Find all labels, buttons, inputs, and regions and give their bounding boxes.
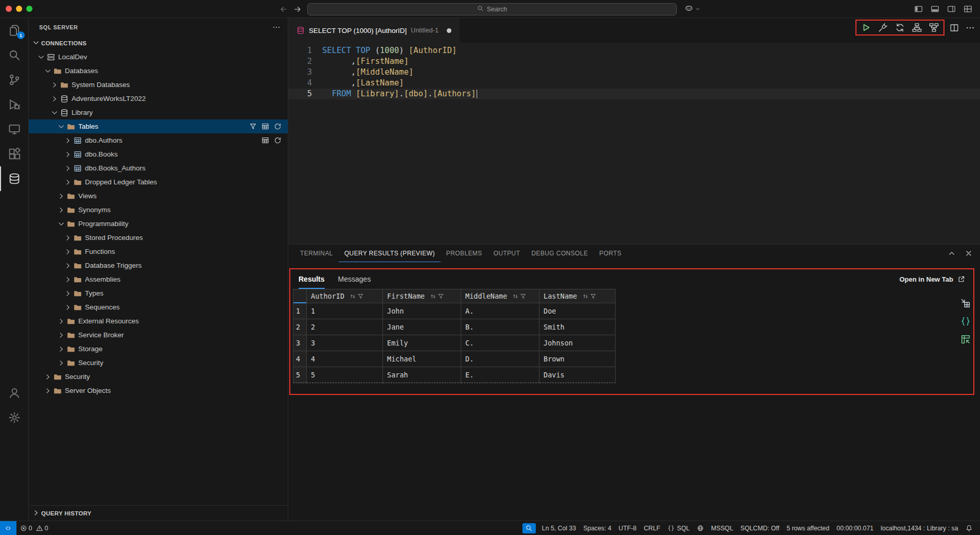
grid-row-number[interactable]: 1 xyxy=(293,303,307,319)
activity-bar-item-run-and-debug[interactable] xyxy=(0,92,28,117)
code-line-5[interactable]: 5 FROM [Library].[dbo].[Authors] xyxy=(288,89,980,99)
panel-tab-query-results-preview[interactable]: QUERY RESULTS (PREVIEW) xyxy=(339,245,441,262)
grid-cell[interactable]: Brown xyxy=(539,351,616,367)
column-filter-button[interactable] xyxy=(520,293,527,300)
query-history-section-header[interactable]: QUERY HISTORY xyxy=(29,505,288,521)
sort-button[interactable] xyxy=(512,293,519,300)
disconnect-button[interactable] xyxy=(878,23,888,32)
tree-item-tables[interactable]: Tables xyxy=(29,119,288,133)
status-encoding[interactable]: UTF-8 xyxy=(615,521,640,535)
panel-tab-problems[interactable]: PROBLEMS xyxy=(441,245,488,262)
close-window-button[interactable] xyxy=(6,6,12,12)
run-query-button[interactable] xyxy=(861,23,871,32)
grid-cell[interactable]: E. xyxy=(461,367,539,383)
command-center-search[interactable]: Search xyxy=(307,3,677,15)
tree-item-adventureworkslt2022[interactable]: AdventureWorksLT2022 xyxy=(29,92,288,106)
minimize-window-button[interactable] xyxy=(16,6,22,12)
grid-cell[interactable]: Johnson xyxy=(539,335,616,351)
tree-item-storage[interactable]: Storage xyxy=(29,342,288,356)
refresh-button[interactable] xyxy=(274,123,282,130)
copilot-menu-button[interactable] xyxy=(685,4,701,14)
sort-button[interactable] xyxy=(430,293,436,300)
save-as-excel-button[interactable] xyxy=(960,334,971,344)
tree-item-databases[interactable]: Databases xyxy=(29,64,288,78)
grid-column-header-authorid[interactable]: AuthorID xyxy=(307,289,383,303)
tree-item-functions[interactable]: Functions xyxy=(29,245,288,258)
tree-item-dropped-ledger-tables[interactable]: Dropped Ledger Tables xyxy=(29,175,288,189)
estimated-plan-button[interactable] xyxy=(912,23,922,32)
grid-row-number[interactable]: 5 xyxy=(293,367,307,383)
tree-item-security[interactable]: Security xyxy=(29,370,288,384)
grid-cell[interactable]: Emily xyxy=(383,335,461,351)
code-line-4[interactable]: 4 ,[LastName] xyxy=(288,78,980,89)
grid-cell[interactable]: C. xyxy=(461,335,539,351)
remote-indicator[interactable] xyxy=(0,521,16,535)
titlebar-customize-layout-button[interactable] xyxy=(964,5,972,13)
activity-bar-item-settings[interactable] xyxy=(0,405,28,430)
tree-item-system-databases[interactable]: System Databases xyxy=(29,78,288,92)
tree-item-synonyms[interactable]: Synonyms xyxy=(29,203,288,217)
status-notifications[interactable] xyxy=(962,521,976,535)
more-actions-button[interactable] xyxy=(966,23,975,32)
refresh-button[interactable] xyxy=(274,136,282,144)
tree-item-sequences[interactable]: Sequences xyxy=(29,300,288,314)
grid-cell[interactable]: Smith xyxy=(539,319,616,335)
tree-item-external-resources[interactable]: External Resources xyxy=(29,314,288,328)
maximize-panel-button[interactable] xyxy=(948,249,956,257)
activity-bar-item-extensions[interactable] xyxy=(0,142,28,166)
status-query-time[interactable]: 00:00:00.071 xyxy=(833,521,877,535)
activity-bar-item-search[interactable] xyxy=(0,43,28,67)
tree-item-service-broker[interactable]: Service Broker xyxy=(29,328,288,342)
sidebar-more-actions-button[interactable] xyxy=(272,23,281,31)
titlebar-toggle-primary-sidebar-button[interactable] xyxy=(914,5,923,13)
table-designer-button[interactable] xyxy=(261,123,269,130)
grid-cell[interactable]: 3 xyxy=(307,335,383,351)
tree-item-dbo-authors[interactable]: dbo.Authors xyxy=(29,133,288,147)
tree-item-views[interactable]: Views xyxy=(29,189,288,203)
tree-item-localdev[interactable]: LocalDev xyxy=(29,50,288,64)
code-line-2[interactable]: 2 ,[FirstName] xyxy=(288,56,980,67)
grid-row-number[interactable]: 2 xyxy=(293,319,307,335)
activity-bar-item-source-control[interactable] xyxy=(0,67,28,92)
grid-cell[interactable]: Michael xyxy=(383,351,461,367)
go-back-button[interactable] xyxy=(279,5,288,13)
status-zoom[interactable] xyxy=(522,523,536,533)
grid-column-header-lastname[interactable]: LastName xyxy=(539,289,616,303)
tree-item-assemblies[interactable]: Assemblies xyxy=(29,272,288,286)
connections-section-header[interactable]: CONNECTIONS xyxy=(29,36,288,50)
grid-cell[interactable]: D. xyxy=(461,351,539,367)
open-in-new-tab-button[interactable]: Open in New Tab xyxy=(900,275,966,283)
table-designer-button[interactable] xyxy=(261,136,269,144)
go-forward-button[interactable] xyxy=(293,5,302,13)
column-filter-button[interactable] xyxy=(590,293,597,300)
status-problems[interactable]: 00 xyxy=(16,521,52,535)
close-panel-button[interactable] xyxy=(965,249,973,257)
status-connection[interactable]: localhost,1434 : Library : sa xyxy=(877,521,961,535)
tree-item-stored-procedures[interactable]: Stored Procedures xyxy=(29,231,288,245)
status-feedback[interactable] xyxy=(693,521,708,535)
status-cursor-position[interactable]: Ln 5, Col 33 xyxy=(538,521,580,535)
grid-cell[interactable]: Davis xyxy=(539,367,616,383)
activity-bar-item-remote-explorer[interactable] xyxy=(0,117,28,142)
status-indentation[interactable]: Spaces: 4 xyxy=(580,521,615,535)
activity-bar-item-explorer[interactable]: 1 xyxy=(0,18,28,43)
sort-button[interactable] xyxy=(349,293,356,300)
code-editor[interactable]: 1SELECT TOP (1000) [AuthorID]2 ,[FirstNa… xyxy=(288,43,980,244)
results-tab-results[interactable]: Results xyxy=(299,269,325,289)
tree-item-programmability[interactable]: Programmability xyxy=(29,217,288,231)
tree-item-dbo-books[interactable]: dbo.Books xyxy=(29,147,288,161)
grid-cell[interactable]: John xyxy=(383,303,461,319)
titlebar-toggle-panel-button[interactable] xyxy=(931,5,939,13)
grid-row-number[interactable]: 4 xyxy=(293,351,307,367)
tree-item-library[interactable]: Library xyxy=(29,106,288,119)
modified-indicator[interactable] xyxy=(447,28,451,33)
save-as-json-button[interactable] xyxy=(960,316,971,326)
panel-tab-ports[interactable]: PORTS xyxy=(593,245,627,262)
change-connection-button[interactable] xyxy=(895,23,905,32)
editor-tab[interactable]: SELECT TOP (1000) [AuthorID] Untitled-1 xyxy=(288,18,460,43)
tree-item-database-triggers[interactable]: Database Triggers xyxy=(29,258,288,272)
actual-plan-button[interactable] xyxy=(929,23,939,32)
grid-column-header-firstname[interactable]: FirstName xyxy=(383,289,461,303)
grid-cell[interactable]: Doe xyxy=(539,303,616,319)
tree-item-dbo-books-authors[interactable]: dbo.Books_Authors xyxy=(29,161,288,175)
